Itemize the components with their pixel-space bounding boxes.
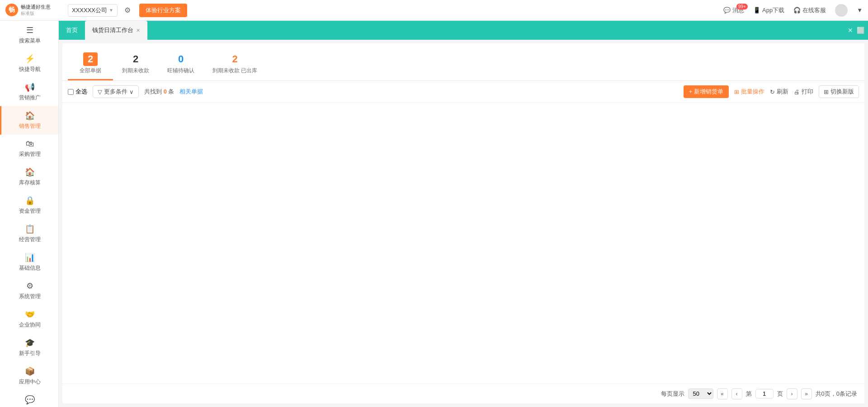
tab-label-all: 全部单据 [80,67,101,75]
settings-icon[interactable]: ⚙ [121,4,134,17]
sidebar-item-enterprise[interactable]: 🤝 企业协同 [0,305,58,333]
add-sales-btn[interactable]: + 新增销货单 [684,85,729,98]
filter-icon: ▽ [98,89,102,95]
filter-btn-label: 更多条件 [104,88,127,96]
tab-label-overdue-shipped: 到期未收款 已出库 [212,67,257,75]
logo-text: 畅捷通好生意 [21,4,51,10]
page-size-select[interactable]: 50 10 20 100 [688,388,713,399]
tab-maximize-icon[interactable]: ⬜ [857,27,864,34]
app-download-label: App下载 [762,6,784,14]
online-service-btn[interactable]: 🎧 在线客服 [793,6,826,14]
service-icon: 🎧 [793,7,801,14]
found-text: 共找到 0 条 [144,88,174,96]
sidebar-item-inventory[interactable]: 🏠 库存核算 [0,163,58,191]
user-name[interactable]: ▼ [857,7,863,14]
sidebar-item-operations[interactable]: 📋 经营管理 [0,220,58,248]
toolbar-right: + 新增销货单 ⊞ 批量操作 ↻ 刷新 🖨 打印 ⊞ 切换新版 [684,85,859,98]
batch-icon: ⊞ [734,89,739,95]
summary-tab-wangwang[interactable]: 0 旺辅待确认 [158,49,203,80]
next-page-btn[interactable]: › [787,388,797,399]
company-name: XXXXXX公司 [72,6,107,14]
content-inner: 2 全部单据 2 到期未收款 0 旺辅待确认 2 到期未收款 已出库 全选 [62,43,864,403]
inventory-icon: 🏠 [25,167,35,177]
tab-close-icon[interactable]: ✕ [136,28,140,33]
sidebar-item-guide[interactable]: 🎓 新手引导 [0,333,58,362]
found-count: 0 [164,88,167,95]
print-icon: 🖨 [794,89,800,95]
sidebar-item-basic-info[interactable]: 📊 基础信息 [0,248,58,276]
print-btn[interactable]: 🖨 打印 [794,88,813,96]
tab-label-wangwang: 旺辅待确认 [167,67,194,75]
refresh-btn[interactable]: ↻ 刷新 [770,88,788,96]
marketing-icon: 📢 [25,82,35,92]
app-center-icon: 📦 [25,366,35,376]
sidebar-item-label: 应用中心 [19,378,41,386]
switch-btn[interactable]: ⊞ 切换新版 [819,85,859,98]
related-link[interactable]: 相关单据 [179,88,203,96]
app-download-btn[interactable]: 📱 App下载 [753,6,784,14]
sales-icon: 🏠 [25,111,35,121]
sidebar-item-label: 销售管理 [19,122,41,130]
operations-icon: 📋 [25,224,35,234]
print-label: 打印 [802,88,813,96]
last-page-btn[interactable]: » [801,388,812,399]
prev-page-btn[interactable]: ‹ [731,388,742,399]
message-icon: 💬 [723,7,731,14]
message-btn[interactable]: 💬 消息 99+ [723,6,744,14]
tab-count-all: 2 [83,52,98,66]
select-all-checkbox[interactable]: 全选 [68,88,87,96]
select-all-input[interactable] [68,89,74,95]
tab-minimize-icon[interactable]: ✕ [848,27,853,34]
tab-home-label: 首页 [66,26,78,34]
sidebar-item-label: 新手引导 [19,350,41,357]
sidebar: ☰ 搜索菜单 ⚡ 快捷导航 📢 营销推广 🏠 销售管理 🛍 采购管理 🏠 库存核… [0,21,59,407]
tab-count-wangwang: 0 [175,52,187,66]
summary-tab-overdue-shipped[interactable]: 2 到期未收款 已出库 [203,49,266,80]
sidebar-item-purchase[interactable]: 🛍 采购管理 [0,135,58,163]
sidebar-item-label: 搜索菜单 [19,37,41,45]
batch-btn[interactable]: ⊞ 批量操作 [734,88,764,96]
company-selector[interactable]: XXXXXX公司 ▼ [68,4,118,17]
sidebar-item-label: 系统管理 [19,293,41,300]
sidebar-item-finance[interactable]: 🔒 资金管理 [0,191,58,220]
summary-tab-all[interactable]: 2 全部单据 [68,49,113,80]
enterprise-icon: 🤝 [25,309,35,319]
sidebar-item-marketing[interactable]: 📢 营销推广 [0,78,58,106]
sidebar-item-label: 经营管理 [19,236,41,243]
sidebar-item-search-menu[interactable]: ☰ 搜索菜单 [0,21,58,49]
pagination: 每页显示 50 10 20 100 « ‹ 第 页 › » 共0页，0条记录 [62,384,864,403]
refresh-icon: ↻ [770,89,775,95]
sidebar-item-system[interactable]: ⚙ 系统管理 [0,276,58,305]
filter-btn[interactable]: ▽ 更多条件 ∨ [93,85,139,98]
sidebar-item-label: 基础信息 [19,264,41,272]
page-input[interactable] [755,389,774,398]
toolbar: 全选 ▽ 更多条件 ∨ 共找到 0 条 相关单据 + 新增销货单 ⊞ 批量操作 [62,81,864,103]
di-label: 第 [746,390,752,398]
trial-btn[interactable]: 体验行业方案 [139,4,187,17]
sidebar-item-weixin[interactable]: 💬 企业微信 [0,390,58,407]
first-page-btn[interactable]: « [717,388,728,399]
tab-workbench[interactable]: 钱货日清工作台 ✕ [85,21,147,40]
tabs-right-actions: ✕ ⬜ [848,27,868,34]
sidebar-item-app-center[interactable]: 📦 应用中心 [0,362,58,390]
sidebar-item-label: 营销推广 [19,94,41,102]
message-badge: 99+ [736,4,748,9]
header-right: 💬 消息 99+ 📱 App下载 🎧 在线客服 ▼ [723,4,863,17]
tab-count-overdue-shipped: 2 [229,52,241,66]
main-content: 2 全部单据 2 到期未收款 0 旺辅待确认 2 到期未收款 已出库 全选 [59,40,868,407]
batch-label: 批量操作 [741,88,764,96]
sidebar-item-quick-nav[interactable]: ⚡ 快捷导航 [0,49,58,78]
sidebar-item-label: 采购管理 [19,150,41,158]
tab-home[interactable]: 首页 [59,21,85,40]
summary-tab-overdue[interactable]: 2 到期未收款 [113,49,158,80]
sidebar-item-sales[interactable]: 🏠 销售管理 [0,106,58,135]
chevron-down-icon-user: ▼ [857,7,863,14]
quick-nav-icon: ⚡ [25,54,35,64]
tab-label-overdue: 到期未收款 [122,67,149,75]
sidebar-item-label: 快捷导航 [19,65,41,73]
ye-label: 页 [777,390,783,398]
search-menu-icon: ☰ [26,25,33,35]
top-header: 畅 畅捷通好生意 标准版 XXXXXX公司 ▼ ⚙ 体验行业方案 💬 消息 99… [0,0,868,21]
avatar[interactable] [835,4,848,17]
guide-icon: 🎓 [25,338,35,348]
